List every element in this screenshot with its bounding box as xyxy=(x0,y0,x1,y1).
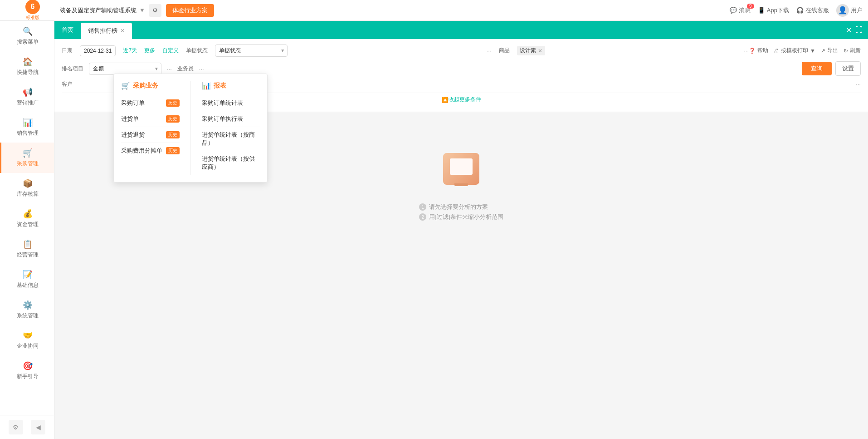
print-chevron-icon: ▼ xyxy=(810,48,815,54)
print-label: 按模板打印 xyxy=(781,47,808,54)
goods-tag-text: 设计素 xyxy=(520,47,536,54)
status-dots[interactable]: ··· xyxy=(487,47,492,54)
system-title-chevron[interactable]: ▼ xyxy=(139,7,145,14)
handshake-icon: 🤝 xyxy=(23,330,33,340)
sidebar-item-marketing[interactable]: 📢 营销推广 xyxy=(0,82,54,112)
empty-icon-screen xyxy=(450,158,473,175)
window-close-icon[interactable]: ✕ xyxy=(846,26,852,35)
phone-icon: 📱 xyxy=(758,7,765,14)
dropdown-item-report-stock-goods[interactable]: 进货单统计表（按商品） xyxy=(202,127,260,151)
online-service-action[interactable]: 🎧 在线客服 xyxy=(796,6,829,15)
date-filter-label: 日期 xyxy=(62,47,73,54)
customer-dots[interactable]: ··· xyxy=(856,81,861,88)
user-action[interactable]: 👤 用户 xyxy=(836,4,863,17)
history-badge-1: 历史 xyxy=(166,115,180,123)
purchase-title-text: 采购业务 xyxy=(133,82,158,90)
date-range-selector[interactable]: 2024-12-31 xyxy=(80,45,116,56)
document-icon: 📝 xyxy=(23,270,33,280)
sidebar-collapse-button[interactable]: ◀ xyxy=(31,420,45,434)
tab-window-buttons: ✕ ⛶ xyxy=(846,26,868,35)
date-start: 2024-12-31 xyxy=(84,48,112,54)
date-more-btn[interactable]: 更多 xyxy=(144,47,155,54)
system-title-text: 装备及固定资产辅助管理系统 xyxy=(60,6,137,15)
sidebar-item-operations[interactable]: 📋 经营管理 xyxy=(0,234,54,264)
report-order-exec-label: 采购订单执行表 xyxy=(202,115,243,123)
sidebar-item-guide[interactable]: 🎯 新手引导 xyxy=(0,355,54,386)
report-stock-supplier-label: 进货单统计表（按供应商） xyxy=(202,155,260,171)
sidebar-item-purchase[interactable]: 🛒 采购管理 xyxy=(0,143,54,173)
sidebar-item-search[interactable]: 🔍 搜索菜单 xyxy=(0,21,54,51)
main-layout: 🔍 搜索菜单 🏠 快捷导航 📢 营销推广 📊 销售管理 🛒 采购管理 📦 库存核… xyxy=(0,21,868,439)
settings-button[interactable]: 设置 xyxy=(835,61,861,76)
export-button[interactable]: ↗ 导出 xyxy=(821,47,838,54)
logo-area: 6 标准版 xyxy=(5,0,60,21)
rank-filter-label: 排名项目 xyxy=(62,65,83,73)
date-7days-btn[interactable]: 近7天 xyxy=(123,47,137,54)
logo-subtitle: 标准版 xyxy=(26,15,39,21)
purchase-return-label: 进货退货 xyxy=(121,131,145,139)
history-badge-3: 历史 xyxy=(166,147,180,154)
message-action[interactable]: 💬 消息 9 xyxy=(730,6,751,15)
clipboard-icon: 📋 xyxy=(23,239,33,249)
status-select[interactable]: 单据状态 xyxy=(215,44,288,57)
sidebar-settings-button[interactable]: ⚙ xyxy=(9,420,23,434)
sidebar-item-label: 新手引导 xyxy=(17,373,39,380)
industry-solution-button[interactable]: 体验行业方案 xyxy=(166,4,214,17)
salesman-dots[interactable]: ··· xyxy=(199,65,204,72)
purchase-column: 🛒 采购业务 采购订单 历史 进货单 历史 进货退货 历史 xyxy=(121,81,180,175)
dropdown-divider xyxy=(190,81,191,175)
sidebar-item-basic-info[interactable]: 📝 基础信息 xyxy=(0,264,54,295)
report-column-title: 📊 报表 xyxy=(202,81,260,90)
tab-home[interactable]: 首页 xyxy=(54,21,81,39)
window-maximize-icon[interactable]: ⛶ xyxy=(855,26,863,34)
sidebar-item-enterprise[interactable]: 🤝 企业协同 xyxy=(0,325,54,355)
help-icon: ❓ xyxy=(749,48,756,54)
message-badge: 9 xyxy=(747,4,754,9)
query-button[interactable]: 查询 xyxy=(802,62,832,75)
tab-sales-rank[interactable]: 销售排行榜 ✕ xyxy=(81,23,132,39)
logo-icon: 6 xyxy=(25,0,40,14)
goods-dots[interactable]: ··· xyxy=(744,47,749,54)
sidebar-item-label: 搜索菜单 xyxy=(17,38,39,46)
rank-dots[interactable]: ··· xyxy=(167,65,172,72)
online-service-label: 在线客服 xyxy=(805,6,829,15)
home-icon: 🏠 xyxy=(23,57,33,67)
dropdown-item-report-order-stats[interactable]: 采购订单统计表 xyxy=(202,95,260,111)
sidebar-item-sales[interactable]: 📊 销售管理 xyxy=(0,112,54,143)
purchase-expense-label: 采购费用分摊单 xyxy=(121,147,162,155)
sidebar-bottom: ⚙ ◀ xyxy=(0,415,54,439)
dropdown-item-report-stock-supplier[interactable]: 进货单统计表（按供应商） xyxy=(202,151,260,175)
refresh-button[interactable]: ↻ 刷新 xyxy=(844,47,861,54)
empty-text: 1 请先选择要分析的方案 2 用[过滤]条件来缩小分析范围 xyxy=(419,201,503,223)
status-filter-label: 单据状态 xyxy=(186,47,208,54)
dropdown-item-purchase-order[interactable]: 采购订单 历史 xyxy=(121,95,180,111)
empty-icon-base xyxy=(454,183,468,186)
sidebar-item-capital[interactable]: 💰 资金管理 xyxy=(0,203,54,234)
user-avatar: 👤 xyxy=(836,4,849,17)
dropdown-item-report-order-exec[interactable]: 采购订单执行表 xyxy=(202,111,260,127)
sidebar-item-system[interactable]: ⚙️ 系统管理 xyxy=(0,295,54,325)
dropdown-item-purchase-stock[interactable]: 进货单 历史 xyxy=(121,111,180,127)
dropdown-item-purchase-return[interactable]: 进货退货 历史 xyxy=(121,127,180,143)
sidebar-item-label: 库存核算 xyxy=(17,190,39,198)
goods-filter-label: 商品 xyxy=(499,47,510,54)
money-icon: 💰 xyxy=(23,209,33,219)
sidebar-item-inventory[interactable]: 📦 库存核算 xyxy=(0,173,54,203)
date-custom-btn[interactable]: 自定义 xyxy=(162,47,179,54)
header-settings-button[interactable]: ⚙ xyxy=(149,4,161,17)
dropdown-item-purchase-expense[interactable]: 采购费用分摊单 历史 xyxy=(121,143,180,158)
refresh-label: 刷新 xyxy=(850,47,861,54)
goods-tag: 设计素 ✕ xyxy=(517,46,545,55)
sidebar-item-quick-nav[interactable]: 🏠 快捷导航 xyxy=(0,51,54,82)
chart-icon: 📊 xyxy=(23,118,33,128)
help-button[interactable]: ❓ 帮助 xyxy=(749,47,768,54)
goods-tag-remove[interactable]: ✕ xyxy=(538,48,542,54)
rank-select[interactable]: 金额 xyxy=(89,63,161,75)
tab-home-label: 首页 xyxy=(62,26,73,34)
tab-close-icon[interactable]: ✕ xyxy=(120,28,125,34)
hint-num-2: 2 xyxy=(419,213,426,221)
app-download-action[interactable]: 📱 App下载 xyxy=(758,6,789,15)
hint-text-2: 用[过滤]条件来缩小分析范围 xyxy=(429,213,503,221)
print-icon: 🖨 xyxy=(774,48,779,54)
print-button[interactable]: 🖨 按模板打印 ▼ xyxy=(774,47,815,54)
